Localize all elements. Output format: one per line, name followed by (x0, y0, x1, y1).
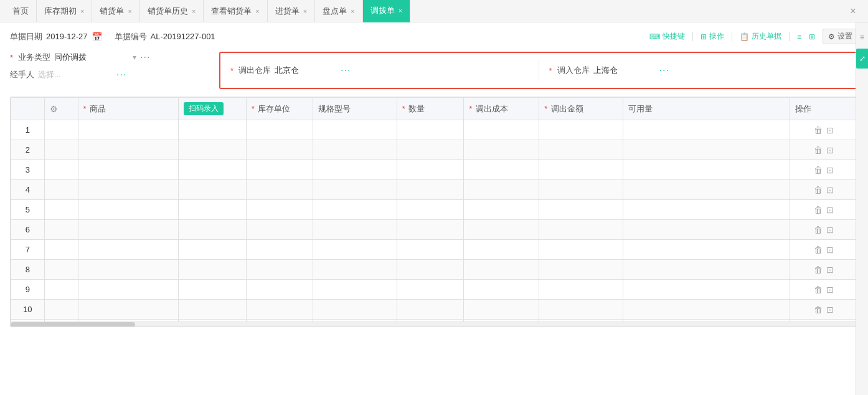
th-cost-label: 调出成本 (476, 104, 508, 113)
tab-sales-history-label: 销货单历史 (148, 6, 188, 17)
transfer-in-more[interactable]: ··· (659, 65, 669, 76)
row-seq: 8 (11, 260, 45, 280)
delete-row-button[interactable]: 🗑 (812, 165, 824, 175)
th-qty: * 数量 (397, 98, 464, 120)
history-button[interactable]: 📋 历史单据 (740, 31, 781, 42)
date-value: 2019-12-27 (46, 32, 88, 41)
copy-row-button[interactable]: ⊡ (824, 145, 836, 155)
calendar-icon[interactable]: 📅 (92, 32, 102, 42)
business-type-more[interactable]: ··· (140, 52, 150, 63)
transfer-out-value[interactable]: 北京仓 (275, 65, 337, 76)
tab-purchase-order-label: 进货单 (275, 6, 300, 17)
th-unit-label: 库存单位 (258, 104, 290, 113)
history-icon: 📋 (740, 32, 749, 41)
horizontal-scrollbar[interactable] (11, 321, 857, 326)
tab-inventory-check-close[interactable]: × (351, 7, 354, 15)
operations-button[interactable]: ⊞ 操作 (701, 31, 724, 42)
amount-required: * (544, 104, 547, 113)
th-seq (11, 98, 45, 120)
delete-row-button[interactable]: 🗑 (812, 245, 824, 255)
toolbar-divider-2 (732, 32, 732, 41)
table-container: ⚙ * 商品 扫码录入 * 库存单位 规格型号 (10, 97, 858, 327)
form-section: * 业务类型 同价调拨 ▾ ··· 经手人 选择... ··· * 调出仓库 北… (10, 52, 858, 89)
horizontal-scroll-thumb[interactable] (11, 322, 135, 327)
copy-row-button[interactable]: ⊡ (824, 225, 836, 235)
delete-row-button[interactable]: 🗑 (812, 225, 824, 235)
tab-view-sales-close[interactable]: × (255, 7, 259, 15)
row-seq: 5 (11, 200, 45, 220)
tab-transfer-order[interactable]: 调拨单 × (363, 0, 410, 22)
copy-row-button[interactable]: ⊡ (824, 125, 836, 135)
th-unit: * 库存单位 (246, 98, 313, 120)
tab-sales-order[interactable]: 销货单 × (92, 0, 139, 22)
grid-view-icon: ⊞ (809, 32, 815, 41)
operations-label: 操作 (709, 31, 724, 42)
settings-button[interactable]: ⚙ 设置 (823, 29, 858, 44)
copy-row-button[interactable]: ⊡ (824, 245, 836, 255)
table-row: 10🗑⊡ (11, 300, 857, 320)
delete-row-button[interactable]: 🗑 (812, 285, 824, 295)
transfer-out-more[interactable]: ··· (341, 65, 351, 76)
table-row: 8🗑⊡ (11, 260, 857, 280)
tab-sales-history-close[interactable]: × (192, 7, 196, 15)
tab-purchase-order-close[interactable]: × (303, 7, 307, 15)
row-seq: 2 (11, 140, 45, 160)
delete-row-button[interactable]: 🗑 (812, 205, 824, 215)
delete-row-button[interactable]: 🗑 (812, 145, 824, 155)
table-row: 3🗑⊡ (11, 160, 857, 180)
table-row: 4🗑⊡ (11, 180, 857, 200)
tab-view-sales[interactable]: 查看销货单 × (204, 0, 267, 22)
delete-row-button[interactable]: 🗑 (812, 185, 824, 195)
row-seq: 1 (11, 120, 45, 140)
business-type-value[interactable]: 同价调拨 (54, 52, 129, 63)
date-field: 单据日期 2019-12-27 📅 (10, 31, 102, 42)
operations-icon: ⊞ (701, 32, 707, 41)
copy-row-button[interactable]: ⊡ (824, 285, 836, 295)
copy-row-button[interactable]: ⊡ (824, 305, 836, 315)
person-label: 经手人 (10, 69, 34, 80)
sidebar-list-icon[interactable]: ≡ (856, 27, 869, 47)
copy-row-button[interactable]: ⊡ (824, 165, 836, 175)
header-right: ⌨ 快捷键 ⊞ 操作 📋 历史单据 ≡ ⊞ ⚙ 设置 (649, 29, 858, 44)
person-more[interactable]: ··· (116, 69, 126, 80)
sidebar-expand-icon[interactable]: ⤢ (856, 49, 869, 69)
tab-inventory-init-close[interactable]: × (80, 7, 84, 15)
th-cost: * 调出成本 (464, 98, 539, 120)
row-seq: 7 (11, 240, 45, 260)
doc-label: 单据编号 (115, 31, 147, 42)
tab-transfer-order-close[interactable]: × (399, 7, 402, 14)
delete-row-button[interactable]: 🗑 (812, 125, 824, 135)
window-close-button[interactable]: × (843, 1, 863, 21)
tab-home[interactable]: 首页 (5, 0, 37, 22)
copy-row-button[interactable]: ⊡ (824, 185, 836, 195)
table-row: 7🗑⊡ (11, 240, 857, 260)
transfer-in-star: * (549, 66, 552, 75)
scan-entry-button[interactable]: 扫码录入 (184, 102, 224, 115)
transfer-in-value[interactable]: 上海仓 (593, 65, 656, 76)
copy-row-button[interactable]: ⊡ (824, 205, 836, 215)
delete-row-button[interactable]: 🗑 (812, 265, 824, 275)
th-amount-label: 调出金额 (551, 104, 583, 113)
tab-sales-history[interactable]: 销货单历史 × (140, 0, 204, 22)
th-product-label: 商品 (90, 104, 106, 113)
list-view-button[interactable]: ≡ (797, 32, 801, 41)
doc-value: AL-20191227-001 (151, 32, 215, 41)
shortcuts-button[interactable]: ⌨ 快捷键 (649, 31, 685, 42)
tab-inventory-init[interactable]: 库存期初 × (37, 0, 92, 22)
tab-sales-order-close[interactable]: × (128, 7, 131, 15)
column-settings-button[interactable]: ⚙ (50, 104, 58, 114)
transfer-out-star: * (230, 66, 234, 75)
shortcuts-icon: ⌨ (649, 32, 660, 41)
business-type-dropdown[interactable]: ▾ (133, 53, 136, 62)
table-body: 1🗑⊡ 2🗑⊡ 3🗑⊡ 4🗑⊡ 5🗑⊡ 6🗑⊡ 7🗑⊡ 8🗑⊡ 9🗑⊡ 10🗑⊡… (11, 120, 857, 322)
tab-inventory-check[interactable]: 盘点单 × (315, 0, 362, 22)
grid-view-button[interactable]: ⊞ (809, 32, 815, 41)
copy-row-button[interactable]: ⊡ (824, 265, 836, 275)
table-scroll-area[interactable]: ⚙ * 商品 扫码录入 * 库存单位 规格型号 (11, 97, 857, 321)
delete-row-button[interactable]: 🗑 (812, 305, 824, 315)
tab-inventory-check-label: 盘点单 (323, 6, 347, 17)
transfer-in-field: * 调入仓库 上海仓 ··· (549, 65, 847, 76)
product-required: * (83, 104, 87, 113)
tab-purchase-order[interactable]: 进货单 × (268, 0, 315, 22)
person-value[interactable]: 选择... (38, 69, 113, 80)
